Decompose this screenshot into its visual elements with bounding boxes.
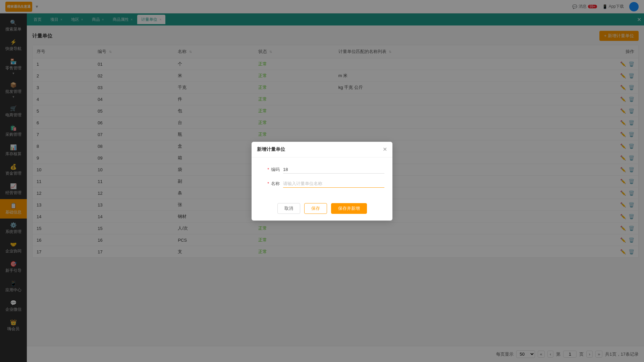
- code-required-star: *: [267, 167, 269, 172]
- name-required-star: *: [267, 181, 269, 186]
- code-input[interactable]: [283, 166, 384, 174]
- modal-header: 新增计量单位 ✕: [252, 142, 392, 158]
- modal-overlay: 新增计量单位 ✕ * 编码 * 名称 取消 保存 保存并新增: [0, 0, 644, 362]
- code-label: * 编码: [260, 167, 280, 173]
- save-and-new-button[interactable]: 保存并新增: [331, 203, 367, 214]
- add-unit-modal: 新增计量单位 ✕ * 编码 * 名称 取消 保存 保存并新增: [252, 142, 392, 221]
- modal-close-btn[interactable]: ✕: [383, 147, 387, 152]
- cancel-button[interactable]: 取消: [277, 203, 300, 214]
- name-form-row: * 名称: [260, 180, 384, 188]
- code-form-row: * 编码: [260, 166, 384, 174]
- name-input[interactable]: [283, 180, 384, 188]
- save-button[interactable]: 保存: [304, 203, 327, 214]
- modal-title: 新增计量单位: [257, 146, 285, 153]
- modal-footer: 取消 保存 保存并新增: [252, 199, 392, 221]
- modal-body: * 编码 * 名称: [252, 158, 392, 199]
- name-label: * 名称: [260, 181, 280, 187]
